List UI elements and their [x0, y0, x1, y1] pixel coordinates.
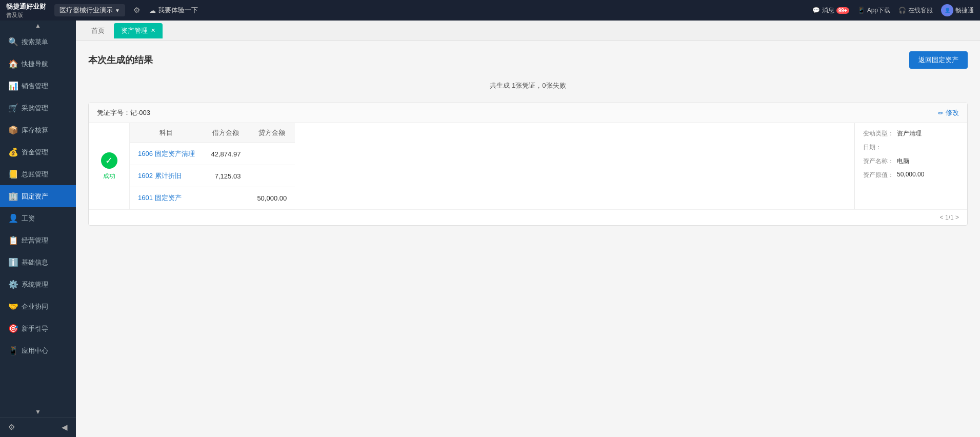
voucher-table-container: 科目 借方金额 贷方金额 1606 固定资产清理: [130, 123, 854, 209]
inventory-icon: 📦: [8, 125, 17, 135]
col-debit: 借方金额: [203, 123, 249, 143]
account-1606: 1606 固定资产清理: [130, 143, 203, 165]
sidebar-item-basic-info[interactable]: ℹ️ 基础信息: [0, 251, 76, 273]
sidebar-item-system[interactable]: ⚙️ 系统管理: [0, 273, 76, 295]
sidebar-item-quick-nav[interactable]: 🏠 快捷导航: [0, 53, 76, 75]
sidebar-item-guide[interactable]: 🎯 新手引导: [0, 317, 76, 340]
sidebar-item-funds[interactable]: 💰 资金管理: [0, 141, 76, 163]
asset-name-row: 资产名称： 电脑: [863, 157, 959, 166]
tab-home[interactable]: 首页: [84, 23, 112, 38]
headset-icon: 🎧: [898, 7, 906, 14]
voucher-block: 凭证字号：记-003 ✏ 修改 ✓ 成功: [88, 103, 968, 226]
table-row: 1601 固定资产 50,000.00: [130, 187, 295, 209]
guide-icon: 🎯: [8, 324, 17, 333]
sidebar-item-sales[interactable]: 📊 销售管理: [0, 75, 76, 97]
voucher-number: 凭证字号：记-003: [97, 108, 150, 117]
user-profile[interactable]: 👤 畅捷通: [941, 4, 974, 16]
pagination: < 1/1 >: [89, 209, 967, 225]
sidebar-item-search[interactable]: 🔍 搜索菜单: [0, 31, 76, 53]
bottom-settings-icon[interactable]: ⚙: [8, 423, 15, 432]
pagination-next[interactable]: >: [955, 214, 959, 221]
success-icon: ✓: [101, 152, 117, 169]
home-icon: 🏠: [8, 59, 17, 69]
asset-name-value: 电脑: [897, 157, 909, 166]
edition-label: 普及版: [6, 11, 46, 19]
sidebar-item-app-center[interactable]: 📱 应用中心: [0, 340, 76, 362]
search-icon: 🔍: [8, 37, 17, 47]
ledger-icon: 📒: [8, 169, 17, 179]
change-type-row: 变动类型： 资产清理: [863, 129, 959, 138]
sidebar-item-ledger[interactable]: 📒 总账管理: [0, 163, 76, 185]
purchase-icon: 🛒: [8, 103, 17, 113]
page-title: 本次生成的结果: [88, 54, 153, 66]
tab-home-label: 首页: [91, 26, 105, 35]
app-download-button[interactable]: 📱 App下载: [857, 6, 890, 15]
info-icon: ℹ️: [8, 257, 17, 267]
company-name: 医疗器械行业演示: [59, 6, 113, 15]
page-content: 本次生成的结果 返回固定资产 共生成 1张凭证，0张失败 凭证字号：记-003 …: [76, 41, 980, 437]
pagination-prev[interactable]: <: [940, 214, 944, 221]
tab-close-icon[interactable]: ✕: [151, 27, 155, 34]
tab-bar: 首页 资产管理 ✕: [76, 21, 980, 41]
header-right: 💬 消息 99+ 📱 App下载 🎧 在线客服 👤 畅捷通: [812, 4, 974, 16]
trial-button[interactable]: ☁ 我要体验一下: [149, 6, 198, 15]
sidebar-bottom: ⚙ ◀: [0, 417, 76, 437]
system-icon: ⚙️: [8, 280, 17, 289]
asset-original-value-value: 50,000.00: [897, 171, 924, 180]
sidebar-item-purchase[interactable]: 🛒 采购管理: [0, 97, 76, 119]
sidebar-scroll-up[interactable]: ▲: [0, 21, 76, 31]
content-area: 首页 资产管理 ✕ 本次生成的结果 返回固定资产 共生成 1张凭证，0张失败 凭…: [76, 21, 980, 437]
asset-original-value-row: 资产原值： 50,000.00: [863, 171, 959, 180]
account-link-1606[interactable]: 1606 固定资产清理: [138, 150, 195, 157]
edit-button[interactable]: ✏ 修改: [938, 108, 959, 117]
sidebar-scroll-down[interactable]: ▼: [0, 407, 76, 417]
mobile-icon: 📱: [857, 7, 865, 14]
chevron-down-icon: ▼: [115, 8, 120, 13]
return-button[interactable]: 返回固定资产: [909, 51, 968, 69]
settings-icon[interactable]: ⚙: [133, 6, 140, 15]
funds-icon: 💰: [8, 147, 17, 157]
voucher-body: ✓ 成功 科目 借方金额 贷方金额: [89, 123, 967, 209]
change-type-label: 变动类型：: [863, 129, 894, 138]
app-center-icon: 📱: [8, 346, 17, 355]
edit-icon: ✏: [938, 109, 944, 117]
result-summary: 共生成 1张凭证，0张失败: [88, 77, 968, 94]
success-label: 成功: [103, 172, 115, 181]
date-row: 日期：: [863, 143, 959, 152]
asset-original-value-label: 资产原值：: [863, 171, 894, 180]
header-left: 畅捷通好业财 普及版 医疗器械行业演示 ▼ ⚙ ☁ 我要体验一下: [6, 2, 198, 19]
operations-icon: 📋: [8, 235, 17, 245]
debit-1602: 7,125.03: [203, 165, 249, 187]
sidebar-item-inventory[interactable]: 📦 库存核算: [0, 119, 76, 141]
sidebar-nav: 🔍 搜索菜单 🏠 快捷导航 📊 销售管理 🛒 采购管理 📦 库存核算 💰: [0, 31, 76, 407]
voucher-main: 科目 借方金额 贷方金额 1606 固定资产清理: [130, 123, 967, 209]
table-row: 1602 累计折旧 7,125.03: [130, 165, 295, 187]
sidebar-item-payroll[interactable]: 👤 工资: [0, 207, 76, 229]
change-type-value: 资产清理: [897, 129, 922, 138]
col-credit: 贷方金额: [249, 123, 295, 143]
page-header: 本次生成的结果 返回固定资产: [88, 51, 968, 69]
debit-1606: 42,874.97: [203, 143, 249, 165]
account-link-1602[interactable]: 1602 累计折旧: [138, 172, 182, 180]
bottom-collapse-icon[interactable]: ◀: [62, 423, 68, 432]
message-badge: 99+: [836, 7, 849, 14]
online-service-button[interactable]: 🎧 在线客服: [898, 6, 933, 15]
sidebar-item-operations[interactable]: 📋 经营管理: [0, 229, 76, 251]
asset-name-label: 资产名称：: [863, 157, 894, 166]
account-1602: 1602 累计折旧: [130, 165, 203, 187]
top-header: 畅捷通好业财 普及版 医疗器械行业演示 ▼ ⚙ ☁ 我要体验一下 💬 消息 99…: [0, 0, 980, 21]
account-link-1601[interactable]: 1601 固定资产: [138, 194, 182, 202]
enterprise-icon: 🤝: [8, 302, 17, 311]
payroll-icon: 👤: [8, 213, 17, 223]
sidebar-item-enterprise[interactable]: 🤝 企业协同: [0, 295, 76, 317]
sidebar-item-fixed-assets[interactable]: 🏢 固定资产: [0, 185, 76, 207]
message-button[interactable]: 💬 消息 99+: [812, 6, 849, 15]
voucher-header: 凭证字号：记-003 ✏ 修改: [89, 103, 967, 123]
company-selector[interactable]: 医疗器械行业演示 ▼: [54, 4, 125, 16]
avatar: 👤: [941, 4, 953, 16]
tab-asset-management[interactable]: 资产管理 ✕: [114, 23, 163, 38]
fixed-assets-icon: 🏢: [8, 191, 17, 201]
table-row: 1606 固定资产清理 42,874.97: [130, 143, 295, 165]
info-panel: 变动类型： 资产清理 日期： 资产名称： 电脑: [854, 123, 967, 209]
cloud-icon: ☁: [149, 7, 156, 14]
